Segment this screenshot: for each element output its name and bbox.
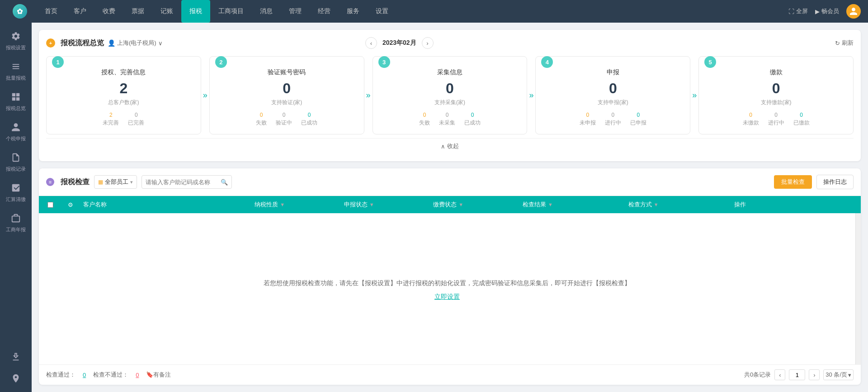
nav-settings[interactable]: 设置 bbox=[368, 0, 396, 23]
step-1-stats: 2 未完善 0 已完善 bbox=[54, 112, 193, 127]
step-3-subtitle: 支持采集(家) bbox=[380, 99, 520, 106]
overview-icon bbox=[9, 91, 22, 103]
employee-filter[interactable]: ▦ 全部员工 ▾ bbox=[94, 175, 137, 189]
step-3-stat-2[interactable]: 0 已成功 bbox=[464, 112, 481, 127]
pass-label: 检查通过： bbox=[46, 371, 75, 379]
overview-title-icon: + bbox=[46, 38, 55, 48]
sidebar-item-overview[interactable]: 报税总览 bbox=[1, 87, 30, 115]
th-declare-filter-icon[interactable]: ▼ bbox=[369, 202, 374, 207]
step-4-stat-2-val: 0 bbox=[637, 112, 640, 118]
step-4-num: 4 bbox=[541, 56, 553, 68]
step-3-stat-1-label: 未采集 bbox=[439, 119, 455, 127]
step-3-count: 0 bbox=[380, 80, 520, 97]
nav-fee[interactable]: 收费 bbox=[94, 0, 123, 23]
fullscreen-btn[interactable]: ⛶ 全屏 bbox=[788, 7, 808, 15]
page-size-select[interactable]: 30 条/页 ▾ bbox=[823, 369, 854, 380]
step-4-stat-2[interactable]: 0 已申报 bbox=[630, 112, 646, 127]
prev-page-btn[interactable]: ‹ bbox=[774, 369, 785, 380]
avatar[interactable] bbox=[846, 4, 861, 19]
tax-settings-icon bbox=[9, 30, 22, 43]
step-5-stat-0[interactable]: 0 未缴款 bbox=[743, 112, 759, 127]
th-check-result: 检查结果 ▼ bbox=[519, 196, 625, 213]
sidebar-item-personal-tax[interactable]: 个税申报 bbox=[1, 117, 30, 146]
sidebar-item-download[interactable] bbox=[1, 347, 30, 367]
fail-label: 检查不通过： bbox=[93, 371, 128, 379]
step-4-stat-1-val: 0 bbox=[611, 112, 614, 118]
step-3-num: 3 bbox=[378, 56, 390, 68]
next-month-btn[interactable]: › bbox=[422, 37, 434, 49]
step-1-stat-0-val: 2 bbox=[109, 112, 113, 118]
step-4-stat-0[interactable]: 0 未申报 bbox=[580, 112, 596, 127]
step-4-stat-2-label: 已申报 bbox=[630, 119, 646, 127]
next-page-btn[interactable]: › bbox=[809, 369, 820, 380]
step-2-stat-0[interactable]: 0 失败 bbox=[256, 112, 267, 127]
setup-link[interactable]: 立即设置 bbox=[434, 293, 460, 301]
step-5-subtitle: 支持缴款(家) bbox=[706, 99, 846, 106]
sidebar-label-tax-settings: 报税设置 bbox=[6, 44, 26, 51]
step-4-count: 0 bbox=[543, 80, 683, 97]
nav-business[interactable]: 工商项目 bbox=[210, 0, 252, 23]
location-badge[interactable]: 👤 上海(电子税局) ∨ bbox=[108, 39, 163, 47]
operation-log-btn[interactable]: 操作日志 bbox=[816, 175, 854, 189]
sidebar-item-tax-settings[interactable]: 报税设置 bbox=[1, 26, 30, 55]
select-all-checkbox[interactable] bbox=[47, 202, 53, 208]
sidebar-item-business-annual[interactable]: 工商年报 bbox=[1, 208, 30, 237]
overview-title: 报税流程总览 bbox=[61, 38, 104, 48]
prev-month-btn[interactable]: ‹ bbox=[365, 37, 377, 49]
step-1-num: 1 bbox=[52, 56, 64, 68]
steps-wrapper: 1 授权、完善信息 2 总客户数(家) 2 未完善 0 已完善 bbox=[46, 56, 854, 134]
search-input[interactable] bbox=[146, 179, 221, 186]
sidebar-item-tax-record[interactable]: 报税记录 bbox=[1, 148, 30, 176]
step-3-stat-1[interactable]: 0 未采集 bbox=[439, 112, 455, 127]
sidebar-item-batch-tax[interactable]: 批量报税 bbox=[1, 57, 30, 85]
nav-invoice[interactable]: 票据 bbox=[123, 0, 152, 23]
nav-manage[interactable]: 管理 bbox=[281, 0, 310, 23]
step-1-stat-0[interactable]: 2 未完善 bbox=[103, 112, 119, 127]
th-result-filter-icon[interactable]: ▼ bbox=[548, 202, 553, 207]
pass-count[interactable]: 0 bbox=[83, 372, 86, 378]
nav-operation[interactable]: 经营 bbox=[310, 0, 339, 23]
search-icon[interactable]: 🔍 bbox=[221, 179, 228, 186]
member-btn[interactable]: ▶ 畅会员 bbox=[815, 7, 839, 15]
sidebar-item-annual-settlement[interactable]: 汇算清缴 bbox=[1, 178, 30, 206]
nav-customer[interactable]: 客户 bbox=[66, 0, 94, 23]
step-4-title: 申报 bbox=[543, 68, 683, 76]
step-5-title: 缴款 bbox=[706, 68, 846, 76]
th-customer-name: 客户名称 bbox=[80, 196, 251, 213]
nav-home[interactable]: 首页 bbox=[37, 0, 66, 23]
step-5-stat-1-label: 进行中 bbox=[768, 119, 784, 127]
step-3-stat-0[interactable]: 0 失败 bbox=[419, 112, 430, 127]
step-3-stat-0-label: 失败 bbox=[419, 119, 430, 127]
scrollbar-track[interactable] bbox=[855, 213, 861, 364]
fail-count[interactable]: 0 bbox=[136, 372, 139, 378]
arrow-4-5: » bbox=[690, 91, 698, 100]
nav-accounting[interactable]: 记账 bbox=[152, 0, 181, 23]
step-5-stat-2[interactable]: 0 已缴款 bbox=[793, 112, 810, 127]
th-tax-filter-icon[interactable]: ▼ bbox=[280, 202, 285, 207]
sidebar-item-location[interactable] bbox=[1, 368, 30, 388]
step-2-stat-2[interactable]: 0 已成功 bbox=[301, 112, 317, 127]
th-method-filter-icon[interactable]: ▼ bbox=[654, 202, 659, 207]
step-1-stat-1[interactable]: 0 已完善 bbox=[128, 112, 144, 127]
location-icon bbox=[9, 372, 22, 385]
nav-service[interactable]: 服务 bbox=[339, 0, 368, 23]
arrow-2-3: » bbox=[364, 91, 373, 100]
th-pay-filter-icon[interactable]: ▼ bbox=[458, 202, 463, 207]
nav-tax[interactable]: 报税 bbox=[181, 0, 210, 23]
refresh-btn[interactable]: ↻ 刷新 bbox=[835, 39, 854, 47]
step-2-stat-1[interactable]: 0 验证中 bbox=[276, 112, 292, 127]
collapse-label: 收起 bbox=[447, 142, 459, 150]
batch-check-btn[interactable]: 批量检查 bbox=[774, 175, 812, 189]
nav-message[interactable]: 消息 bbox=[252, 0, 281, 23]
arrow-1-2: » bbox=[201, 91, 209, 100]
personal-tax-icon bbox=[9, 121, 22, 134]
main-layout: 报税设置 批量报税 报税总览 个税申报 报税记录 bbox=[0, 23, 868, 392]
month-display: 2023年02月 bbox=[382, 39, 416, 47]
page-input[interactable] bbox=[789, 369, 805, 380]
th-settings-icon[interactable]: ⚙ bbox=[68, 201, 73, 208]
overview-card: + 报税流程总览 👤 上海(电子税局) ∨ ‹ 2023年02月 › ↻ 刷新 bbox=[39, 30, 861, 161]
collapse-btn[interactable]: ∧ 收起 bbox=[46, 138, 854, 154]
step-5-stat-1[interactable]: 0 进行中 bbox=[768, 112, 784, 127]
step-2-stat-1-label: 验证中 bbox=[276, 119, 292, 127]
step-4-stat-1[interactable]: 0 进行中 bbox=[605, 112, 621, 127]
